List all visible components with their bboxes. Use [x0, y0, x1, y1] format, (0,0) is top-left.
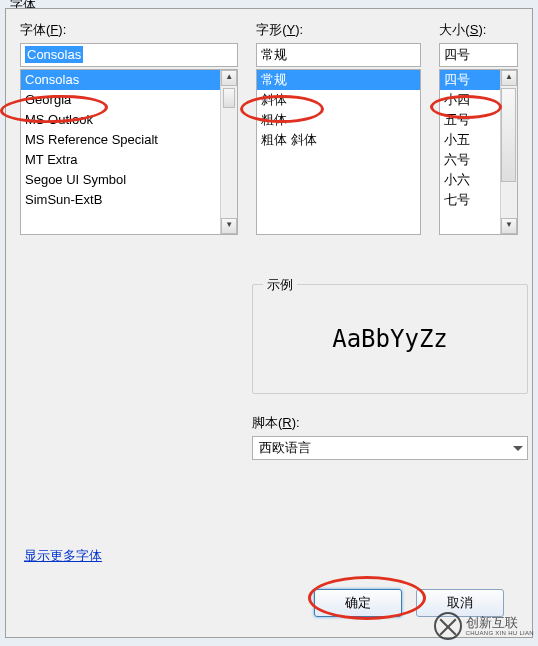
- list-item[interactable]: 粗体 斜体: [257, 130, 420, 150]
- script-dropdown[interactable]: 西欧语言: [252, 436, 528, 460]
- watermark-subtext: CHUANG XIN HU LIAN: [466, 630, 534, 637]
- list-item[interactable]: 粗体: [257, 110, 420, 130]
- list-item[interactable]: 小四: [440, 90, 500, 110]
- size-label: 大小(S):: [439, 21, 518, 39]
- script-value: 西欧语言: [259, 439, 311, 457]
- size-input-text: 四号: [444, 47, 470, 62]
- list-item[interactable]: Georgia: [21, 90, 220, 110]
- size-listbox[interactable]: 四号 小四 五号 小五 六号 小六 七号 ▲ ▼: [439, 69, 518, 235]
- list-item[interactable]: 五号: [440, 110, 500, 130]
- list-item[interactable]: 常规: [257, 70, 420, 90]
- font-scrollbar[interactable]: ▲ ▼: [220, 70, 237, 234]
- watermark-text: 创新互联: [466, 616, 534, 630]
- list-item[interactable]: 斜体: [257, 90, 420, 110]
- style-listbox[interactable]: 常规 斜体 粗体 粗体 斜体: [256, 69, 421, 235]
- list-item[interactable]: 小五: [440, 130, 500, 150]
- watermark: 创新互联 CHUANG XIN HU LIAN: [434, 612, 534, 640]
- watermark-logo-icon: [434, 612, 462, 640]
- list-item[interactable]: 七号: [440, 190, 500, 210]
- list-item[interactable]: Consolas: [21, 70, 220, 90]
- sample-groupbox: 示例 AaBbYyZz: [252, 284, 528, 394]
- more-fonts-link[interactable]: 显示更多字体: [24, 547, 102, 565]
- font-input[interactable]: Consolas: [20, 43, 238, 67]
- scroll-down-icon[interactable]: ▼: [501, 218, 517, 234]
- list-item[interactable]: MT Extra: [21, 150, 220, 170]
- list-item[interactable]: 小六: [440, 170, 500, 190]
- list-item[interactable]: 六号: [440, 150, 500, 170]
- list-item[interactable]: 四号: [440, 70, 500, 90]
- style-label: 字形(Y):: [256, 21, 421, 39]
- list-item[interactable]: MS Reference Specialt: [21, 130, 220, 150]
- list-item[interactable]: Segoe UI Symbol: [21, 170, 220, 190]
- ok-button[interactable]: 确定: [314, 589, 402, 617]
- scroll-thumb[interactable]: [223, 88, 235, 108]
- font-label: 字体(F):: [20, 21, 238, 39]
- font-listbox[interactable]: Consolas Georgia MS Outlook MS Reference…: [20, 69, 238, 235]
- size-scrollbar[interactable]: ▲ ▼: [500, 70, 517, 234]
- sample-label: 示例: [263, 276, 297, 294]
- sample-text: AaBbYyZz: [253, 325, 527, 353]
- scroll-thumb[interactable]: [501, 88, 516, 182]
- list-item[interactable]: MS Outlook: [21, 110, 220, 130]
- size-input[interactable]: 四号: [439, 43, 518, 67]
- style-input[interactable]: 常规: [256, 43, 421, 67]
- chevron-down-icon: [513, 446, 523, 451]
- font-dialog: 字体(F): Consolas Consolas Georgia MS Outl…: [5, 8, 533, 638]
- script-label: 脚本(R):: [252, 414, 528, 432]
- scroll-down-icon[interactable]: ▼: [221, 218, 237, 234]
- list-item[interactable]: SimSun-ExtB: [21, 190, 220, 210]
- scroll-up-icon[interactable]: ▲: [501, 70, 517, 86]
- font-input-text: Consolas: [25, 46, 83, 63]
- style-input-text: 常规: [261, 47, 287, 62]
- scroll-up-icon[interactable]: ▲: [221, 70, 237, 86]
